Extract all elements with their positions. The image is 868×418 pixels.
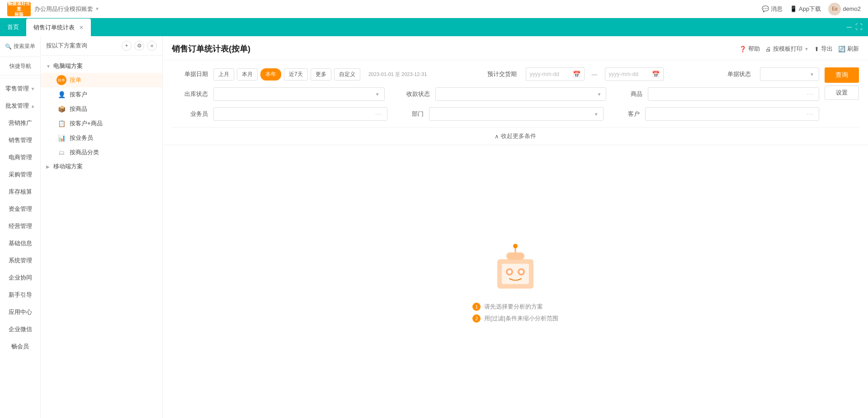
sidebar-item-inventory-label: 库存核算: [9, 188, 32, 196]
export-button[interactable]: ⬆ 导出: [814, 45, 833, 53]
calendar-icon: 📅: [573, 71, 580, 78]
minimize-icon[interactable]: ─: [847, 23, 852, 31]
sidebar-item-inventory[interactable]: 库存核算: [0, 183, 40, 200]
customer-select[interactable]: ···: [645, 107, 819, 121]
tree-item-by-cust-prod-icon: 📋: [57, 119, 66, 128]
date-btn-this-month[interactable]: 本月: [237, 68, 258, 81]
sidebar-item-wholesale[interactable]: 批发管理 ▲: [0, 97, 40, 114]
tab-sales-stat[interactable]: 销售订单统计表 ✕: [26, 19, 91, 37]
sidebar-item-guide-label: 新手引导: [9, 291, 32, 299]
tree-item-by-customer[interactable]: 👤 按客户: [41, 87, 162, 102]
expected-date-to[interactable]: yyyy-mm-dd 📅: [605, 67, 664, 81]
user-menu[interactable]: Ea demo2: [828, 3, 861, 15]
scheme-header-actions: + ⚙ «: [122, 41, 157, 51]
sidebar-item-purchase[interactable]: 采购管理: [0, 166, 40, 183]
salesman-select[interactable]: ···: [213, 107, 387, 121]
sidebar-item-finance[interactable]: 资金管理: [0, 200, 40, 218]
refresh-button[interactable]: 🔄 刷新: [838, 45, 859, 53]
sidebar-item-marketing-label: 营销推广: [9, 119, 32, 127]
expected-date-label: 预计交货期: [487, 70, 517, 78]
sidebar-item-guide[interactable]: 新手引导: [0, 286, 40, 304]
tree-item-by-product[interactable]: 📦 按商品: [41, 102, 162, 116]
logo: 畅捷通好生意标版: [7, 2, 31, 16]
tab-home[interactable]: 首页: [0, 18, 26, 36]
search-menu-button[interactable]: 🔍 搜索菜单: [4, 40, 37, 53]
department-label: 部门: [406, 110, 424, 118]
receipt-status-select[interactable]: ▼: [435, 87, 607, 101]
sidebar-item-collab[interactable]: 企业协同: [0, 269, 40, 286]
shortcut-label: 快捷导航: [2, 62, 38, 70]
date-range-separator: —: [592, 71, 598, 78]
salesman-more-btn[interactable]: ···: [375, 111, 382, 117]
customer-more-btn[interactable]: ···: [807, 111, 814, 117]
gear-icon: ⚙: [137, 43, 142, 49]
refresh-label: 刷新: [847, 45, 859, 53]
scheme-header: 按以下方案查询 + ⚙ «: [41, 36, 162, 56]
date-btn-last-month[interactable]: 上月: [213, 68, 234, 81]
message-button[interactable]: 💬 消息: [762, 5, 783, 13]
filter-area: 销售订单统计表(按单) ❓ 帮助 🖨 按模板打印 ▼ ⬆ 导出: [163, 36, 868, 418]
order-icon: 按单: [57, 75, 66, 85]
chevron-down-icon: ▼: [594, 112, 599, 117]
tree-item-by-order[interactable]: 按单 按单: [41, 73, 162, 87]
sidebar-item-wholesale-label: 批发管理: [5, 102, 29, 110]
order-status-select[interactable]: ▼: [760, 67, 819, 81]
sidebar-item-marketing[interactable]: 营销推广: [0, 114, 40, 132]
sidebar-item-ecommerce[interactable]: 电商管理: [0, 149, 40, 166]
setting-scheme-button[interactable]: ⚙: [134, 41, 144, 51]
add-scheme-button[interactable]: +: [122, 41, 132, 51]
scheme-title: 按以下方案查询: [46, 42, 87, 50]
help-label: 帮助: [748, 45, 760, 53]
sidebar-item-sales[interactable]: 销售管理: [0, 132, 40, 149]
product-select[interactable]: ···: [648, 87, 819, 101]
sidebar-item-ecommerce-label: 电商管理: [9, 153, 32, 162]
expected-date-from[interactable]: yyyy-mm-dd 📅: [526, 67, 585, 81]
app-download-label: App下载: [799, 5, 821, 13]
sidebar-shortcut-section: 快捷导航: [0, 57, 40, 76]
tree-group-pc-header[interactable]: ▼ 电脑端方案: [41, 59, 162, 73]
sidebar-item-operations[interactable]: 经营管理: [0, 218, 40, 235]
date-btn-custom[interactable]: 自定义: [334, 68, 360, 81]
maximize-icon[interactable]: ⛶: [855, 23, 863, 31]
sidebar-item-purchase-label: 采购管理: [9, 171, 32, 179]
tab-close-icon[interactable]: ✕: [79, 24, 84, 31]
tree-item-by-salesman[interactable]: 📊 按业务员: [41, 131, 162, 145]
calendar-icon-2: 📅: [652, 71, 660, 78]
date-btn-this-year[interactable]: 本年: [260, 68, 281, 81]
date-range-text: 2023-01-01 至 2023-12-31: [368, 71, 427, 78]
logo-text: 畅捷通好生意标版: [7, 1, 31, 17]
svg-point-4: [508, 270, 511, 274]
ship-status-select[interactable]: ▼: [213, 87, 385, 101]
sidebar-item-app-center[interactable]: 应用中心: [0, 304, 40, 321]
collapse-more-label: 收起更多条件: [501, 132, 536, 140]
sidebar-item-member[interactable]: 畅会员: [0, 338, 40, 355]
sidebar-item-sales-label: 销售管理: [9, 136, 32, 144]
print-button[interactable]: 🖨 按模板打印 ▼: [765, 45, 809, 53]
collapse-more-button[interactable]: ∧ 收起更多条件: [172, 127, 859, 145]
collapse-scheme-button[interactable]: «: [147, 41, 157, 51]
date-group: 上月 本月 本年 近7天 更多 自定义: [213, 68, 360, 81]
department-select[interactable]: ▼: [429, 107, 603, 121]
date-btn-more[interactable]: 更多: [311, 68, 331, 81]
sidebar-item-shortcut[interactable]: 快捷导航: [0, 60, 40, 73]
app-download-button[interactable]: 📱 App下载: [790, 5, 821, 13]
sidebar-item-basic-info[interactable]: 基础信息: [0, 235, 40, 252]
top-bar-right: 💬 消息 📱 App下载 Ea demo2: [762, 3, 861, 15]
tree-group-pc-label: 电脑端方案: [53, 62, 83, 70]
help-button[interactable]: ❓ 帮助: [739, 45, 760, 53]
sidebar-item-retail[interactable]: 零售管理 ▼: [0, 80, 40, 97]
query-button[interactable]: 查询: [825, 67, 859, 83]
chevron-up-icon: ▲: [31, 104, 35, 109]
tree-group-mobile-header[interactable]: ▶ 移动端方案: [41, 160, 162, 173]
salesman-icon: 📊: [58, 134, 66, 142]
export-label: 导出: [821, 45, 833, 53]
tip-1-num: 1: [472, 303, 481, 311]
tree-item-by-category[interactable]: 🗂 按商品分类: [41, 145, 162, 160]
date-btn-7days[interactable]: 近7天: [284, 68, 308, 81]
set-button[interactable]: 设置: [825, 86, 859, 100]
sidebar-item-enterprise-wechat[interactable]: 企业微信: [0, 321, 40, 338]
tree-item-by-cust-prod[interactable]: 📋 按客户+商品: [41, 116, 162, 131]
product-more-btn[interactable]: ···: [807, 91, 814, 97]
sidebar-item-system[interactable]: 系统管理: [0, 252, 40, 269]
app-selector[interactable]: 办公用品行业模拟账套 ▼: [34, 5, 99, 13]
